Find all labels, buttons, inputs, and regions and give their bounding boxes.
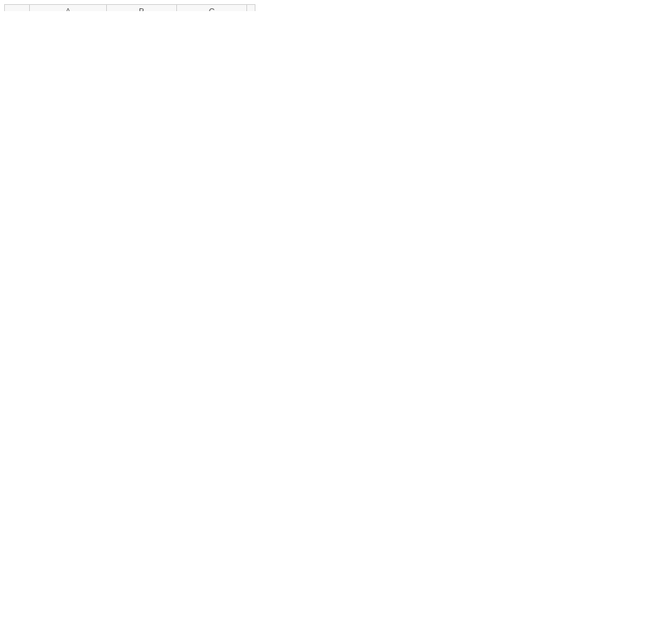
- col-header-c[interactable]: C: [177, 5, 247, 11]
- col-header-a[interactable]: A: [30, 5, 107, 11]
- sheet-block: ABC1ProductOrderName2KTE10345James3KTO21…: [4, 4, 255, 11]
- col-header-b[interactable]: B: [107, 5, 177, 11]
